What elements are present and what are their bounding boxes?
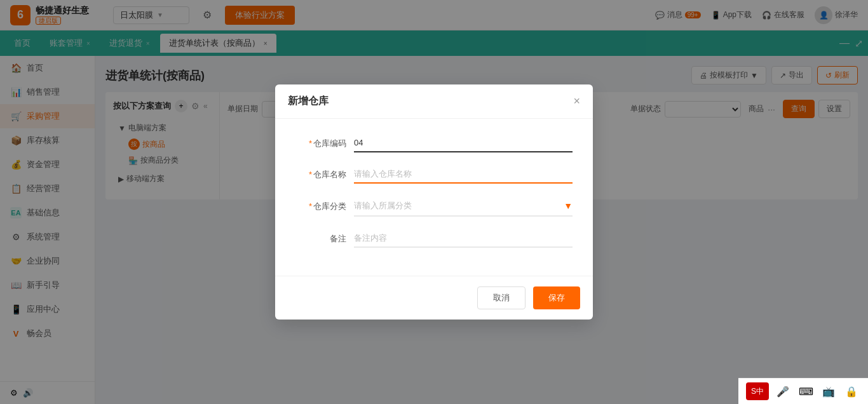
dropdown-arrow-icon: ▼ bbox=[564, 201, 573, 211]
modal-header: 新增仓库 × bbox=[275, 84, 593, 119]
lock-icon[interactable]: 🔒 bbox=[843, 382, 860, 400]
required-star-code: * bbox=[309, 138, 312, 148]
warehouse-code-input[interactable] bbox=[354, 134, 573, 152]
form-group-remark: 备注 bbox=[295, 229, 573, 248]
save-button[interactable]: 保存 bbox=[533, 286, 580, 309]
warehouse-remark-input[interactable] bbox=[354, 229, 573, 248]
field-name-label: *仓库名称 bbox=[295, 169, 346, 180]
modal-title: 新增仓库 bbox=[288, 95, 329, 108]
warehouse-category-select[interactable]: 请输入所属分类 ▼ bbox=[354, 196, 573, 217]
bottom-bar: S中 🎤 ⌨ 📺 🔒 bbox=[738, 378, 868, 404]
field-code-label: *仓库编码 bbox=[295, 138, 346, 149]
cancel-button[interactable]: 取消 bbox=[477, 286, 526, 309]
modal-close-button[interactable]: × bbox=[573, 95, 580, 108]
required-star-category: * bbox=[309, 201, 312, 211]
add-warehouse-modal: 新增仓库 × *仓库编码 *仓库名称 *仓库分类 bbox=[275, 84, 593, 320]
sougou-icon[interactable]: S中 bbox=[746, 382, 769, 400]
modal-overlay[interactable]: 新增仓库 × *仓库编码 *仓库名称 *仓库分类 bbox=[0, 0, 868, 404]
keyboard-icon[interactable]: ⌨ bbox=[797, 382, 815, 400]
form-group-name: *仓库名称 bbox=[295, 165, 573, 184]
modal-body: *仓库编码 *仓库名称 *仓库分类 请输入所属分类 ▼ bbox=[275, 119, 593, 276]
field-category-label: *仓库分类 bbox=[295, 201, 346, 212]
required-star-name: * bbox=[309, 170, 312, 179]
modal-footer: 取消 保存 bbox=[275, 276, 593, 320]
display-icon[interactable]: 📺 bbox=[820, 382, 837, 400]
form-group-category: *仓库分类 请输入所属分类 ▼ bbox=[295, 196, 573, 217]
warehouse-category-placeholder: 请输入所属分类 bbox=[354, 200, 412, 212]
warehouse-name-input[interactable] bbox=[354, 165, 573, 184]
microphone-icon[interactable]: 🎤 bbox=[774, 382, 792, 400]
form-group-code: *仓库编码 bbox=[295, 134, 573, 152]
field-remark-label: 备注 bbox=[295, 233, 346, 245]
